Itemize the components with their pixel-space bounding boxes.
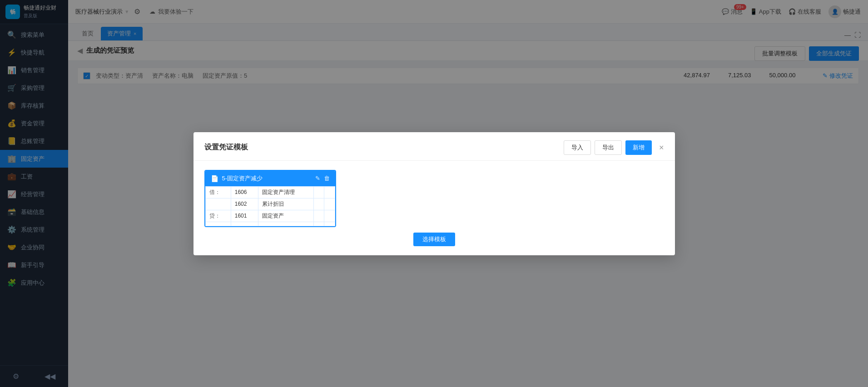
modal-close-icon[interactable]: × — [659, 144, 664, 152]
table-row: 贷： 1601 固定资产 — [205, 210, 335, 222]
select-template-button[interactable]: 选择模板 — [413, 233, 455, 246]
template-delete-icon[interactable]: 🗑 — [324, 175, 330, 182]
modal-header: 设置凭证模板 导入 导出 新增 × — [193, 132, 675, 161]
account-name: 固定资产清理 — [258, 186, 313, 198]
modal-overlay: 设置凭证模板 导入 导出 新增 × 📄 5-固定资产减少 ✎ 🗑 — [0, 0, 868, 387]
blank-cell — [324, 186, 335, 198]
account-code: 1601 — [231, 210, 258, 222]
account-code: 1602 — [231, 198, 258, 210]
new-button[interactable]: 新增 — [625, 140, 652, 155]
template-doc-icon: 📄 — [211, 175, 218, 182]
modal-actions: 导入 导出 新增 — [564, 140, 652, 155]
template-table: 借： 1606 固定资产清理 1602 累计折旧 — [205, 186, 335, 226]
import-button[interactable]: 导入 — [564, 140, 591, 155]
modal-title: 设置凭证模板 — [204, 143, 248, 152]
blank-cell — [324, 210, 335, 222]
table-row: 借： 1606 固定资产清理 — [205, 186, 335, 198]
template-card-title: 5-固定资产减少 — [222, 174, 312, 183]
amount-cell — [313, 198, 324, 210]
table-row: 1602 累计折旧 — [205, 198, 335, 210]
table-row — [205, 222, 335, 226]
template-edit-icon[interactable]: ✎ — [315, 175, 320, 182]
modal-dialog: 设置凭证模板 导入 导出 新增 × 📄 5-固定资产减少 ✎ 🗑 — [193, 132, 675, 255]
account-name: 累计折旧 — [258, 198, 313, 210]
account-code: 1606 — [231, 186, 258, 198]
template-card-actions: ✎ 🗑 — [315, 175, 330, 182]
blank-cell — [324, 198, 335, 210]
select-btn-row: 选择模板 — [204, 233, 664, 246]
amount-cell — [313, 210, 324, 222]
export-button[interactable]: 导出 — [595, 140, 622, 155]
amount-cell — [313, 186, 324, 198]
entry-type-label: 贷： — [205, 210, 231, 222]
template-card: 📄 5-固定资产减少 ✎ 🗑 借： 1606 固定资产清理 — [204, 170, 336, 227]
account-name: 固定资产 — [258, 210, 313, 222]
entry-type-label — [205, 198, 231, 210]
entry-type-label: 借： — [205, 186, 231, 198]
modal-body: 📄 5-固定资产减少 ✎ 🗑 借： 1606 固定资产清理 — [193, 161, 675, 255]
template-card-header: 📄 5-固定资产减少 ✎ 🗑 — [205, 171, 335, 186]
